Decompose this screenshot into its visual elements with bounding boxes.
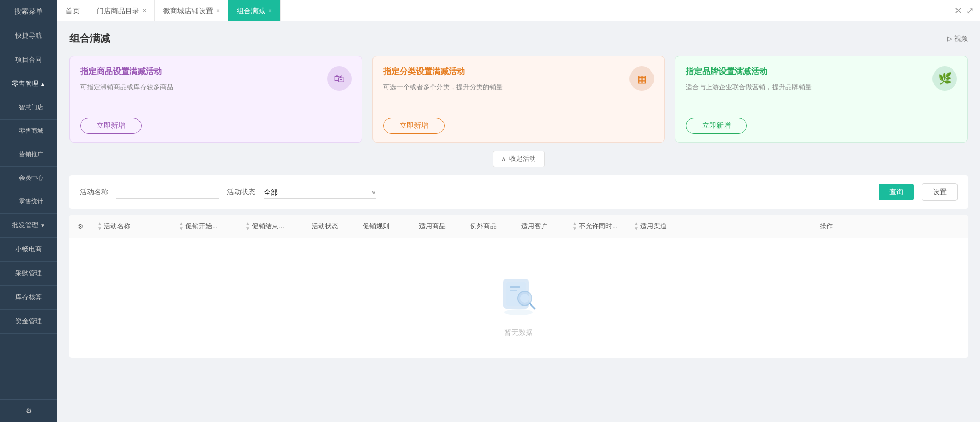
- page-header: 组合满减 ▷ 视频: [69, 32, 968, 45]
- th-start[interactable]: ▲▼ 促销开始...: [174, 221, 240, 231]
- sidebar-item-member-center[interactable]: 会员中心: [0, 167, 57, 190]
- brand-card-desc: 适合与上游企业联合做营销，提升品牌销量: [686, 82, 957, 93]
- th-customer-label: 适用客户: [521, 222, 548, 231]
- th-status: 活动状态: [307, 222, 358, 231]
- sidebar-item-label: 会员中心: [19, 174, 43, 182]
- th-rule-label: 促销规则: [363, 222, 389, 231]
- tab-home[interactable]: 首页: [57, 0, 88, 21]
- close-icon[interactable]: ✕: [954, 5, 962, 16]
- category-card-title: 指定分类设置满减活动: [383, 66, 655, 77]
- tab-wechat-store[interactable]: 微商城店铺设置 ×: [155, 0, 228, 21]
- tab-combo-discount-label: 组合满减: [237, 0, 265, 21]
- sidebar-settings-button[interactable]: ⚙: [0, 399, 57, 422]
- page-title: 组合满减: [69, 32, 110, 45]
- collapse-activities-button[interactable]: ∧ 收起活动: [493, 151, 545, 167]
- th-goods: 适用商品: [414, 222, 465, 231]
- th-notallow[interactable]: ▲▼ 不允许同时...: [567, 221, 628, 231]
- gear-icon: ⚙: [26, 407, 32, 415]
- query-button[interactable]: 查询: [879, 184, 914, 200]
- settings-button[interactable]: 设置: [922, 183, 958, 201]
- th-end-label: 促销结束...: [252, 222, 284, 231]
- sort-icon: ▲▼: [245, 221, 250, 231]
- sidebar-item-quick-nav[interactable]: 快捷导航: [0, 24, 57, 48]
- th-goods-label: 适用商品: [419, 222, 446, 231]
- product-card-desc: 可指定滞销商品或库存较多商品: [80, 82, 352, 93]
- sidebar-item-finance[interactable]: 资金管理: [0, 310, 57, 334]
- sidebar-item-label: 智慧门店: [19, 103, 43, 112]
- sidebar-item-purchase-mgmt[interactable]: 采购管理: [0, 262, 57, 286]
- sidebar-item-label: 项目合同: [15, 55, 42, 64]
- sidebar-search[interactable]: 搜索菜单: [0, 0, 57, 24]
- tab-home-label: 首页: [65, 0, 80, 21]
- page-content: 组合满减 ▷ 视频 🛍 指定商品设置满减活动 可指定滞销商品或库存较多商品 立即…: [57, 21, 980, 422]
- sidebar-item-smart-store[interactable]: 智慧门店: [0, 96, 57, 120]
- maximize-icon[interactable]: ⤢: [966, 5, 974, 16]
- th-notallow-label: 不允许同时...: [579, 222, 618, 231]
- category-card-icon: ▦: [629, 66, 654, 91]
- sidebar-item-label: 库存核算: [15, 293, 42, 302]
- th-ops: 操作: [685, 222, 968, 231]
- sidebar-item-label: 零售管理: [12, 79, 38, 88]
- svg-rect-7: [510, 290, 517, 291]
- window-controls: ✕ ⤢: [948, 5, 980, 16]
- th-customer: 适用客户: [516, 222, 567, 231]
- table-header: ⚙ ▲▼ 活动名称 ▲▼ 促销开始... ▲▼ 促销结束... 活动状态: [69, 215, 968, 238]
- sort-icon: ▲▼: [179, 221, 184, 231]
- sidebar-item-label: 快捷导航: [15, 31, 42, 40]
- category-card-desc: 可选一个或者多个分类，提升分类的销量: [383, 82, 655, 93]
- card-by-brand: 🌿 指定品牌设置满减活动 适合与上游企业联合做营销，提升品牌销量 立即新增: [675, 56, 968, 143]
- th-channel[interactable]: ▲▼ 适用渠道: [628, 221, 685, 231]
- brand-card-add-button[interactable]: 立即新增: [686, 118, 747, 134]
- sidebar: 搜索菜单 快捷导航 项目合同 零售管理 ▲ 智慧门店 零售商城 营销推广 会员中…: [0, 0, 57, 422]
- activity-status-select[interactable]: 全部 进行中 未开始 已结束: [264, 186, 371, 198]
- sidebar-item-project-contract[interactable]: 项目合同: [0, 48, 57, 72]
- sidebar-item-retail-stats[interactable]: 零售统计: [0, 190, 57, 214]
- collapse-icon: ∧: [501, 155, 506, 163]
- tab-product-catalog[interactable]: 门店商品目录 ×: [88, 0, 155, 21]
- brand-card-icon: 🌿: [932, 66, 957, 91]
- sidebar-item-wholesale-mgmt[interactable]: 批发管理 ▼: [0, 214, 57, 238]
- th-ops-label: 操作: [820, 222, 833, 231]
- tab-bar: 首页 门店商品目录 × 微商城店铺设置 × 组合满减 × ✕ ⤢: [57, 0, 980, 21]
- sort-icon: ▲▼: [634, 221, 639, 231]
- th-except-label: 例外商品: [470, 222, 497, 231]
- th-rule: 促销规则: [358, 222, 414, 231]
- sidebar-item-marketing[interactable]: 营销推广: [0, 143, 57, 167]
- tab-wechat-store-close[interactable]: ×: [216, 0, 220, 21]
- sidebar-item-retail-mgmt[interactable]: 零售管理 ▲: [0, 72, 57, 96]
- collapse-label: 收起活动: [509, 154, 536, 163]
- tab-wechat-store-label: 微商城店铺设置: [163, 0, 213, 21]
- activity-name-input[interactable]: [116, 186, 219, 199]
- product-card-icon: 🛍: [327, 66, 352, 91]
- play-icon: ▷: [947, 35, 952, 42]
- th-status-label: 活动状态: [312, 222, 338, 231]
- card-by-category: ▦ 指定分类设置满减活动 可选一个或者多个分类，提升分类的销量 立即新增: [372, 56, 665, 143]
- chevron-down-icon: ∨: [371, 189, 376, 196]
- product-card-title: 指定商品设置满减活动: [80, 66, 352, 77]
- svg-line-4: [530, 303, 535, 309]
- sidebar-item-retail-mall[interactable]: 零售商城: [0, 120, 57, 143]
- video-label: 视频: [954, 34, 968, 43]
- sidebar-item-label: 小畅电商: [15, 245, 42, 254]
- empty-state: 暂无数据: [69, 238, 968, 358]
- sidebar-item-label: 营销推广: [19, 150, 43, 159]
- th-gear[interactable]: ⚙: [69, 223, 92, 230]
- th-name[interactable]: ▲▼ 活动名称: [92, 221, 174, 231]
- th-end[interactable]: ▲▼ 促销结束...: [240, 221, 307, 231]
- category-card-add-button[interactable]: 立即新增: [383, 118, 445, 134]
- th-name-label: 活动名称: [104, 222, 130, 231]
- product-card-add-button[interactable]: 立即新增: [80, 118, 142, 134]
- tab-product-catalog-close[interactable]: ×: [143, 0, 146, 21]
- tab-combo-discount[interactable]: 组合满减 ×: [228, 0, 281, 21]
- data-table: ⚙ ▲▼ 活动名称 ▲▼ 促销开始... ▲▼ 促销结束... 活动状态: [69, 215, 968, 358]
- svg-rect-6: [510, 286, 520, 288]
- video-link[interactable]: ▷ 视频: [947, 34, 968, 43]
- sidebar-item-inventory[interactable]: 库存核算: [0, 286, 57, 310]
- collapse-bar: ∧ 收起活动: [69, 151, 968, 167]
- gear-icon: ⚙: [78, 223, 84, 230]
- filter-row: 活动名称 活动状态 全部 进行中 未开始 已结束 ∨ 查询 设置: [69, 175, 968, 209]
- sidebar-item-label: 资金管理: [15, 317, 42, 326]
- th-except: 例外商品: [465, 222, 516, 231]
- sidebar-item-xiaochangec[interactable]: 小畅电商: [0, 238, 57, 262]
- tab-combo-discount-close[interactable]: ×: [268, 0, 272, 21]
